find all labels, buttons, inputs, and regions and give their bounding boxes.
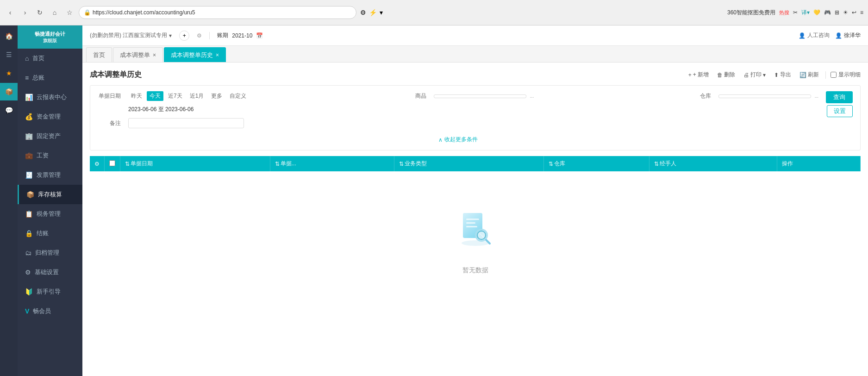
tab-cost-adjust-history[interactable]: 成本调整单历史 × [164, 47, 226, 62]
export-button[interactable]: ⬆ 导出 [772, 70, 793, 80]
last7-btn[interactable]: 近7天 [165, 91, 185, 101]
icon-sidebar-active[interactable]: 📦 [0, 83, 18, 100]
icon-sidebar-home[interactable]: 🏠 [0, 27, 18, 45]
address-bar[interactable]: 🔒 https://cloud.chanjet.com/accounting/u… [79, 6, 356, 19]
sidebar-label-funds: 资金管理 [37, 113, 61, 121]
setting-button[interactable]: 设置 [827, 105, 853, 117]
refresh-button[interactable]: 🔄 刷新 [798, 70, 821, 80]
sidebar-item-ledger[interactable]: ≡ 总账 [18, 68, 82, 88]
funds-icon: 💰 [25, 113, 33, 120]
app-container: 🏠 ☰ ★ 📦 💬 畅捷通好会计 旗舰版 ⌂ 首页 ≡ 总账 📊 云报表中心 [0, 25, 868, 376]
th-operator-sort: ⇅ 经手人 [654, 160, 676, 168]
today-btn[interactable]: 今天 [147, 91, 163, 101]
sidebar-item-assets[interactable]: 🏢 固定资产 [18, 126, 82, 146]
display-checkbox[interactable] [831, 72, 837, 78]
sidebar-label-tax: 税务管理 [37, 210, 61, 218]
service-button[interactable]: 👤 人工咨询 [799, 31, 830, 39]
empty-text: 暂无数据 [462, 266, 488, 275]
sidebar-label-archive: 归档管理 [35, 249, 59, 257]
notes-input[interactable] [128, 118, 244, 128]
th-biztype-label: 业务类型 [405, 160, 427, 168]
svg-rect-4 [466, 222, 475, 224]
user-info[interactable]: 👤 徐泽华 [835, 31, 861, 39]
logo-sub: 旗舰版 [35, 38, 65, 44]
display-label: 显示明细 [838, 71, 861, 79]
display-toggle[interactable]: 显示明细 [831, 71, 861, 79]
account-selector[interactable]: (勿删勿禁用) 江西服宝测试专用 ▾ [90, 31, 172, 39]
sidebar-item-settings[interactable]: ⚙ 基础设置 [18, 263, 82, 282]
sidebar-item-tax[interactable]: 📋 税务管理 [18, 204, 82, 224]
sidebar-item-archive[interactable]: 🗂 归档管理 [18, 243, 82, 263]
delete-button[interactable]: 🗑 删除 [715, 70, 737, 80]
sidebar-item-vip[interactable]: V 畅会员 [18, 301, 82, 321]
sort-icon-biztype: ⇅ [399, 161, 404, 167]
th-warehouse-label: 仓库 [554, 160, 565, 168]
table-header-row: ⚙ ⇅ 单据日期 ⇅ [90, 156, 861, 171]
sidebar-item-funds[interactable]: 💰 资金管理 [18, 107, 82, 126]
content-header: (勿删勿禁用) 江西服宝测试专用 ▾ + ⚙ 账期 2021-10 📅 👤 人工… [82, 25, 868, 46]
period-value: 2021-10 [232, 32, 252, 39]
icon-sidebar-star[interactable]: ★ [0, 64, 18, 82]
th-gear[interactable]: ⚙ [90, 156, 105, 171]
tab-home[interactable]: 首页 [86, 47, 112, 62]
new-label: + 新增 [693, 71, 709, 79]
date-to: 2023-06-06 [165, 106, 194, 113]
notes-filter-label: 备注 [98, 119, 121, 127]
home-button[interactable]: ⌂ [49, 7, 60, 18]
sidebar-item-invoices[interactable]: 🧾 发票管理 [18, 165, 82, 185]
tab-cost-adjust-close[interactable]: × [153, 52, 156, 58]
bookmark-button[interactable]: ☆ [64, 7, 75, 18]
tab-cost-adjust[interactable]: 成本调整单 × [113, 47, 163, 62]
goods-select[interactable]: ... [434, 94, 534, 99]
period-selector[interactable]: 账期 2021-10 📅 [217, 31, 263, 39]
select-all-checkbox[interactable] [109, 160, 115, 166]
add-account-button[interactable]: + [179, 31, 189, 41]
refresh-button[interactable]: ↻ [34, 7, 45, 18]
new-button[interactable]: + + 新增 [687, 70, 711, 80]
search-label: 360智能抠图免费用 [727, 9, 775, 17]
th-operator[interactable]: ⇅ 经手人 [649, 156, 777, 171]
empty-state: 暂无数据 [90, 171, 861, 312]
sidebar-item-guide[interactable]: 🔰 新手引导 [18, 282, 82, 301]
last-month-btn[interactable]: 近1月 [187, 91, 207, 101]
dropdown-icon: ▾ [169, 32, 172, 39]
goods-select-box[interactable] [434, 94, 526, 98]
th-checkbox[interactable] [105, 156, 120, 171]
th-number[interactable]: ⇅ 单据... [270, 156, 394, 171]
date-filter-label: 单据日期 [98, 92, 121, 100]
sidebar-item-home[interactable]: ⌂ 首页 [18, 49, 82, 68]
icon-sidebar-msg[interactable]: 💬 [0, 101, 18, 119]
th-warehouse[interactable]: ⇅ 仓库 [544, 156, 649, 171]
sidebar-item-inventory[interactable]: 📦 库存核算 [18, 185, 82, 204]
user-label: 徐泽华 [844, 31, 861, 39]
user-avatar-icon: 👤 [835, 32, 842, 39]
more-btn[interactable]: 更多 [208, 91, 225, 101]
warehouse-more-icon[interactable]: ... [815, 94, 818, 99]
filter-row-1: 单据日期 昨天 今天 近7天 近1月 更多 自定义 商品 [98, 91, 818, 101]
settings-gear-icon[interactable]: ⚙ [197, 32, 202, 39]
sidebar-item-payroll[interactable]: 💼 工资 [18, 146, 82, 165]
custom-btn[interactable]: 自定义 [227, 91, 249, 101]
print-button[interactable]: 🖨 打印 ▾ [742, 70, 768, 80]
yesterday-btn[interactable]: 昨天 [128, 91, 145, 101]
date-from: 2023-06-06 [128, 106, 156, 113]
warehouse-filter-label: 仓库 [688, 92, 711, 100]
sidebar-item-closing[interactable]: 🔒 结账 [18, 224, 82, 243]
tax-icon: 📋 [25, 210, 33, 218]
icon-sidebar-nav[interactable]: ☰ [0, 46, 18, 63]
goods-more-icon[interactable]: ... [530, 94, 534, 99]
divider-1 [209, 32, 210, 39]
back-button[interactable]: ‹ [5, 7, 16, 18]
query-button[interactable]: 查询 [826, 91, 853, 103]
warehouse-select[interactable]: ... [718, 94, 818, 99]
th-date[interactable]: ⇅ 单据日期 [120, 156, 270, 171]
th-number-label: 单据... [281, 160, 296, 168]
warehouse-select-box[interactable] [718, 94, 811, 98]
tab-cost-adjust-history-close[interactable]: × [216, 52, 219, 58]
browser-right: 360智能抠图免费用 热搜 ✂ 译▾ 💛 🎮 ⊞ ☀ ↩ ≡ [387, 9, 863, 17]
th-biz-type[interactable]: ⇅ 业务类型 [394, 156, 544, 171]
page-title: 成本调整单历史 [90, 70, 142, 80]
sidebar-item-reports[interactable]: 📊 云报表中心 [18, 88, 82, 107]
collapse-btn[interactable]: ∧ 收起更多条件 [98, 133, 818, 144]
forward-button[interactable]: › [19, 7, 31, 18]
